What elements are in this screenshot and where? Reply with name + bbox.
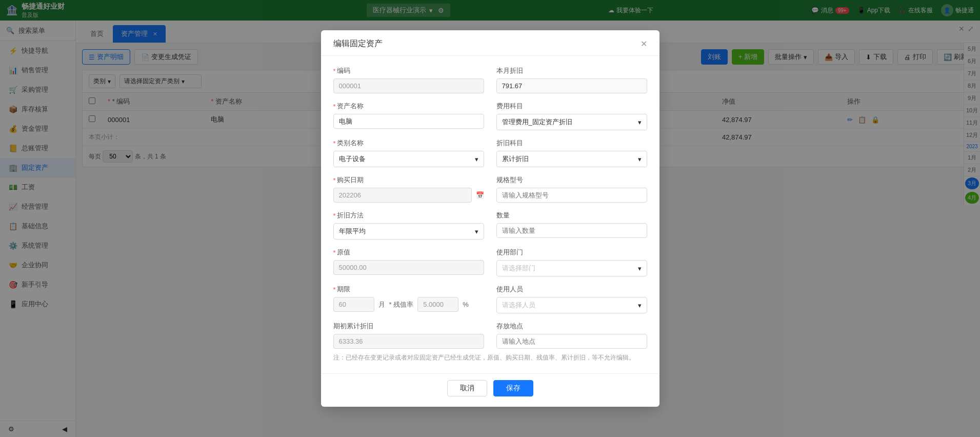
code-label: * 编码 [333,66,484,75]
purchase-date-label: * 购买日期 [333,175,484,185]
form-item-location: 存放地点 [496,322,647,349]
quantity-input[interactable] [496,223,647,238]
user-placeholder: 请选择人员 [502,301,535,310]
user-label: 使用人员 [496,285,647,294]
residual-rate-label: * 残值率 [389,300,414,309]
asset-name-label: * 资产名称 [333,102,484,111]
quantity-label: 数量 [496,211,647,220]
note-content: 注：已经存在变更记录或者对应固定资产已经生成凭证，原值、购买日期、残值率、累计折… [333,354,635,361]
modal-header: 编辑固定资产 ✕ [321,30,659,56]
dept-label: 使用部门 [496,248,647,257]
original-value-label: * 原值 [333,248,484,257]
category-label: * 类别名称 [333,138,484,148]
modal-note: 注：已经存在变更记录或者对应固定资产已经生成凭证，原值、购买日期、残值率、累计折… [333,353,647,363]
residual-rate-input[interactable] [417,297,458,312]
save-button[interactable]: 保存 [493,380,533,396]
form-item-original-value: * 原值 [333,248,484,276]
form-item-initial-dep: 期初累计折旧 [333,322,484,349]
expense-subject-chevron: ▾ [638,118,642,126]
dep-subject-chevron: ▾ [638,155,642,163]
asset-name-input[interactable] [333,114,484,129]
dept-chevron: ▾ [638,265,642,272]
residual-rate-unit: % [463,301,469,308]
category-select[interactable]: 电子设备 ▾ [333,151,484,167]
form-item-monthly-dep: 本月折旧 [496,66,647,93]
expense-subject-value: 管理费用_固定资产折旧 [502,117,572,127]
period-row: 月 * 残值率 % [333,297,484,312]
period-input[interactable] [333,297,374,312]
form-item-spec: 规格型号 [496,175,647,203]
modal-close-btn[interactable]: ✕ [641,39,647,49]
dep-subject-select[interactable]: 累计折旧 ▾ [496,151,647,167]
monthly-dep-label: 本月折旧 [496,66,647,75]
purchase-date-row: 📅 [333,188,484,203]
initial-dep-label: 期初累计折旧 [333,322,484,331]
purchase-date-input[interactable] [333,188,472,203]
dep-subject-label: 折旧科目 [496,138,647,148]
edit-asset-modal: 编辑固定资产 ✕ * 编码 本月折旧 [321,30,659,406]
modal-title: 编辑固定资产 [333,38,383,49]
form-item-category: * 类别名称 电子设备 ▾ [333,138,484,167]
category-chevron: ▾ [475,155,478,163]
form-item-quantity: 数量 [496,211,647,240]
modal-body: * 编码 本月折旧 * 资产名称 [321,56,659,373]
expense-subject-label: 费用科目 [496,102,647,111]
form-item-dep-method: * 折旧方法 年限平均 ▾ [333,211,484,240]
initial-dep-input[interactable] [333,334,484,349]
modal-overlay: 编辑固定资产 ✕ * 编码 本月折旧 [0,0,980,437]
user-select[interactable]: 请选择人员 ▾ [496,297,647,313]
cancel-button[interactable]: 取消 [447,380,487,396]
monthly-dep-input[interactable] [496,78,647,93]
form-item-user: 使用人员 请选择人员 ▾ [496,285,647,313]
expense-subject-select[interactable]: 管理费用_固定资产折旧 ▾ [496,114,647,130]
form-item-dep-subject: 折旧科目 累计折旧 ▾ [496,138,647,167]
spec-input[interactable] [496,188,647,203]
form-item-expense-subject: 费用科目 管理费用_固定资产折旧 ▾ [496,102,647,130]
dept-placeholder: 请选择部门 [502,264,535,273]
form-grid: * 编码 本月折旧 * 资产名称 [333,66,647,349]
form-item-dept: 使用部门 请选择部门 ▾ [496,248,647,276]
dep-method-select[interactable]: 年限平均 ▾ [333,223,484,240]
dep-method-chevron: ▾ [475,228,478,235]
location-label: 存放地点 [496,322,647,331]
category-value: 电子设备 [339,154,366,164]
dep-method-label: * 折旧方法 [333,211,484,220]
spec-label: 规格型号 [496,175,647,185]
dep-subject-value: 累计折旧 [502,154,529,164]
calendar-icon[interactable]: 📅 [476,191,484,199]
dept-select[interactable]: 请选择部门 ▾ [496,260,647,276]
modal-footer: 取消 保存 [321,373,659,407]
form-item-purchase-date: * 购买日期 📅 [333,175,484,203]
dep-method-value: 年限平均 [339,227,366,236]
period-unit: 月 [378,300,385,309]
form-item-asset-name: * 资产名称 [333,102,484,130]
form-item-period: * 期限 月 * 残值率 % [333,285,484,313]
period-label: * 期限 [333,285,484,294]
user-chevron: ▾ [638,302,642,309]
code-input[interactable] [333,78,484,93]
location-input[interactable] [496,334,647,349]
original-value-input[interactable] [333,260,484,275]
form-item-code: * 编码 [333,66,484,93]
